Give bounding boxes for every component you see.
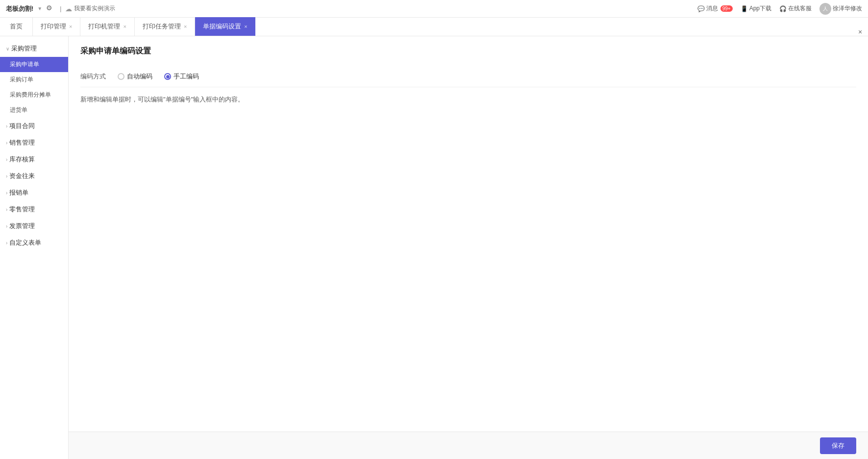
sidebar-group-refund-label: 报销单 [9, 188, 28, 197]
tab-print-task-mgmt-close[interactable]: × [184, 24, 187, 29]
sidebar-item-purchase-request[interactable]: 采购申请单 [0, 57, 68, 72]
tab-printer-mgmt[interactable]: 打印机管理 × [80, 17, 134, 36]
gear-icon[interactable]: ⚙ [46, 4, 56, 14]
sidebar-group-retail-mgmt-label: 零售管理 [9, 205, 35, 214]
content-footer: 保存 [69, 432, 868, 459]
sidebar-group-invoice-mgmt-label: 发票管理 [9, 222, 35, 230]
logo-text: 老板勿割! [6, 4, 33, 13]
close-all-icon[interactable]: × [856, 28, 864, 36]
chevron-down-icon: ∨ [6, 46, 9, 51]
page-title: 采购申请单编码设置 [80, 46, 856, 56]
chevron-right-icon-8: › [6, 240, 7, 246]
chevron-right-icon-3: › [6, 157, 7, 162]
sidebar-group-project-contract-label: 项目合同 [9, 122, 35, 130]
tab-home[interactable]: 首页 [0, 17, 33, 36]
cloud-icon: ☁ [65, 5, 72, 13]
sidebar-item-purchase-request-label: 采购申请单 [10, 61, 39, 68]
avatar: 人 [819, 3, 831, 15]
tab-printer-mgmt-close[interactable]: × [123, 24, 126, 29]
sidebar-item-purchase-expense-label: 采购费用分摊单 [10, 91, 51, 98]
tab-bar-right: × [255, 28, 868, 36]
app-download-label: App下载 [749, 4, 771, 13]
online-service-button[interactable]: 🎧 在线客服 [779, 4, 812, 13]
content-area: 采购申请单编码设置 编码方式 自动编码 手工编码 新增和编辑单据时，可以编辑"单… [69, 36, 868, 459]
content-main: 采购申请单编码设置 编码方式 自动编码 手工编码 新增和编辑单据时，可以编辑"单… [69, 36, 868, 432]
sidebar: ∨ 采购管理 采购申请单 采购订单 采购费用分摊单 进货单 › 项目合同 › 销… [0, 36, 69, 459]
sidebar-group-retail-mgmt[interactable]: › 零售管理 [0, 201, 68, 218]
tab-barcode-setting-label: 单据编码设置 [203, 22, 241, 31]
online-service-label: 在线客服 [788, 4, 812, 13]
manual-code-radio[interactable] [164, 73, 171, 80]
encoding-method-row: 编码方式 自动编码 手工编码 [80, 66, 856, 87]
app-download-button[interactable]: 📱 App下载 [741, 4, 771, 13]
sidebar-group-invoice-mgmt[interactable]: › 发票管理 [0, 218, 68, 234]
manual-code-label: 手工编码 [174, 72, 199, 81]
tab-print-mgmt-label: 打印管理 [41, 22, 66, 31]
sidebar-group-capital-flow-label: 资金往来 [9, 172, 35, 180]
demo-section: ☁ 我要看实例演示 [65, 4, 115, 13]
tab-print-task-mgmt-label: 打印任务管理 [143, 22, 181, 31]
chevron-right-icon-5: › [6, 190, 7, 196]
tab-home-label: 首页 [10, 22, 23, 31]
tab-barcode-setting[interactable]: 单据编码设置 × [195, 17, 255, 36]
tab-print-mgmt-close[interactable]: × [69, 24, 72, 29]
sidebar-group-sales-mgmt-label: 销售管理 [9, 138, 35, 147]
top-bar-left: 老板勿割! ▼ ⚙ | ☁ 我要看实例演示 [6, 4, 115, 14]
top-bar-right: 💬 消息 99+ 📱 App下载 🎧 在线客服 人 徐泽华修改 [697, 3, 862, 15]
sidebar-item-purchase-order-label: 采购订单 [10, 76, 33, 83]
sidebar-group-purchase-mgmt-label: 采购管理 [11, 44, 37, 53]
sidebar-group-custom-form[interactable]: › 自定义表单 [0, 234, 68, 251]
sidebar-group-refund[interactable]: › 报销单 [0, 184, 68, 201]
encoding-method-label: 编码方式 [80, 72, 106, 81]
auto-code-radio[interactable] [118, 73, 124, 80]
sidebar-group-sales-mgmt[interactable]: › 销售管理 [0, 134, 68, 151]
main-layout: ∨ 采购管理 采购申请单 采购订单 采购费用分摊单 进货单 › 项目合同 › 销… [0, 36, 868, 459]
chevron-right-icon-6: › [6, 207, 7, 212]
phone-icon: 📱 [741, 5, 748, 12]
sidebar-group-capital-flow[interactable]: › 资金往来 [0, 168, 68, 184]
sidebar-item-purchase-order[interactable]: 采购订单 [0, 72, 68, 87]
headset-icon: 🎧 [779, 5, 787, 12]
demo-text[interactable]: 我要看实例演示 [74, 4, 115, 13]
message-icon: 💬 [697, 5, 705, 12]
sidebar-item-goods-receipt[interactable]: 进货单 [0, 102, 68, 118]
user-name: 徐泽华修改 [833, 4, 862, 13]
save-button[interactable]: 保存 [820, 437, 856, 454]
tab-barcode-setting-close[interactable]: × [244, 24, 247, 29]
sidebar-group-custom-form-label: 自定义表单 [9, 238, 41, 247]
chevron-right-icon-7: › [6, 224, 7, 229]
tab-bar: 首页 打印管理 × 打印机管理 × 打印任务管理 × 单据编码设置 × × [0, 18, 868, 36]
sidebar-group-inventory-calc-label: 库存核算 [9, 155, 35, 164]
message-badge: 99+ [720, 5, 733, 12]
hint-text: 新增和编辑单据时，可以编辑"单据编号"输入框中的内容。 [80, 95, 856, 104]
message-label: 消息 [706, 4, 718, 13]
tab-print-task-mgmt[interactable]: 打印任务管理 × [135, 17, 195, 36]
manual-code-option[interactable]: 手工编码 [164, 72, 199, 81]
auto-code-option[interactable]: 自动编码 [118, 72, 152, 81]
message-button[interactable]: 💬 消息 99+ [697, 4, 733, 13]
chevron-right-icon-4: › [6, 174, 7, 179]
sidebar-group-project-contract[interactable]: › 项目合同 [0, 118, 68, 134]
sidebar-item-goods-receipt-label: 进货单 [10, 106, 27, 113]
sidebar-item-purchase-expense[interactable]: 采购费用分摊单 [0, 87, 68, 102]
user-profile-button[interactable]: 人 徐泽华修改 [819, 3, 862, 15]
chevron-right-icon: › [6, 124, 7, 129]
chevron-right-icon-2: › [6, 140, 7, 146]
dropdown-arrow-icon[interactable]: ▼ [37, 6, 42, 11]
top-bar: 老板勿割! ▼ ⚙ | ☁ 我要看实例演示 💬 消息 99+ 📱 App下载 🎧… [0, 0, 868, 18]
sidebar-group-inventory-calc[interactable]: › 库存核算 [0, 151, 68, 168]
tab-printer-mgmt-label: 打印机管理 [88, 22, 120, 31]
sidebar-group-purchase-mgmt[interactable]: ∨ 采购管理 [0, 40, 68, 57]
auto-code-label: 自动编码 [127, 72, 152, 81]
tab-print-mgmt[interactable]: 打印管理 × [33, 17, 80, 36]
